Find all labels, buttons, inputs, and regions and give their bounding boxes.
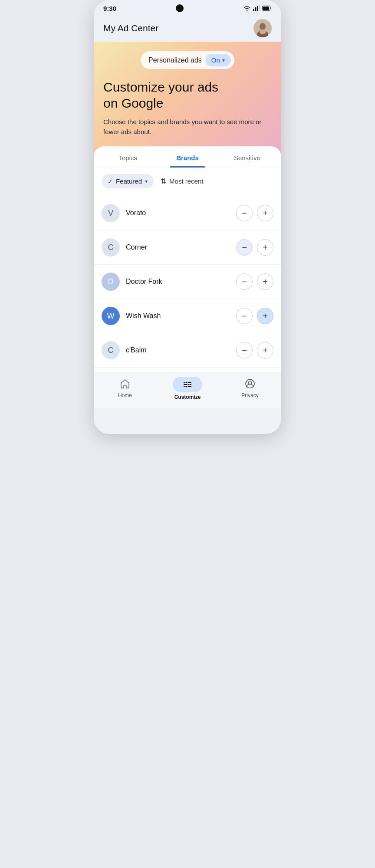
status-bar: 9:30 <box>94 0 281 15</box>
header-title: My Ad Center <box>103 23 158 33</box>
personalized-ads-pill[interactable]: Personalized ads On ▾ <box>141 51 234 69</box>
featured-label: Featured <box>116 178 142 185</box>
svg-rect-9 <box>260 30 266 34</box>
doctorfork-less-button[interactable]: − <box>236 273 253 290</box>
camera-dot <box>176 4 184 12</box>
doctorfork-more-button[interactable]: + <box>257 273 273 290</box>
brand-avatar-wishwash: W <box>102 307 120 325</box>
svg-rect-0 <box>253 9 254 11</box>
most-recent-sort-button[interactable]: ⇅ Most recent <box>161 177 203 185</box>
status-time: 9:30 <box>103 5 116 12</box>
on-badge[interactable]: On ▾ <box>205 54 231 66</box>
brand-item-vorato: V Vorato − + <box>94 196 281 230</box>
brand-name-vorato: Vorato <box>126 209 230 217</box>
hero-title: Customize your ads on Google <box>103 79 272 111</box>
tab-topics[interactable]: Topics <box>98 146 158 167</box>
status-icons <box>243 5 272 11</box>
brand-name-corner: Corner <box>126 243 230 251</box>
featured-filter-button[interactable]: ✓ Featured ▾ <box>102 174 154 188</box>
brand-actions-corner: − + <box>236 239 273 256</box>
cbalm-less-button[interactable]: − <box>236 342 253 358</box>
brand-actions-vorato: − + <box>236 205 273 221</box>
sort-icon: ⇅ <box>161 177 166 185</box>
svg-point-13 <box>185 381 188 384</box>
svg-point-15 <box>185 386 188 388</box>
tab-brands[interactable]: Brands <box>158 146 217 167</box>
nav-item-privacy[interactable]: Privacy <box>219 377 281 400</box>
nav-customize-label: Customize <box>174 394 201 400</box>
corner-less-button[interactable]: − <box>236 239 253 256</box>
brand-avatar-corner: C <box>102 238 120 256</box>
nav-customize-icon-wrap <box>173 377 202 392</box>
nav-item-home[interactable]: Home <box>94 377 156 400</box>
brand-item-cbalm: C c'Balm − + <box>94 333 281 368</box>
bottom-nav: Home Customize <box>94 372 281 408</box>
svg-point-14 <box>188 384 190 386</box>
svg-rect-5 <box>263 7 269 10</box>
customize-icon <box>182 379 193 390</box>
chevron-down-icon: ▾ <box>222 57 225 63</box>
svg-rect-3 <box>259 5 260 11</box>
tab-bar: Topics Brands Sensitive <box>94 146 281 167</box>
corner-more-button[interactable]: + <box>257 239 273 256</box>
brand-item-wishwash: W Wish Wash − + <box>94 299 281 333</box>
main-card: Topics Brands Sensitive ✓ Featured ▾ ⇅ M… <box>94 146 281 372</box>
phone-frame: 9:30 My Ad Center <box>94 0 281 434</box>
brand-name-doctorfork: Doctor Fork <box>126 278 230 286</box>
nav-privacy-label: Privacy <box>241 392 258 398</box>
brand-list: V Vorato − + C Corner − + <box>94 192 281 372</box>
wishwash-less-button[interactable]: − <box>236 308 253 324</box>
vorato-more-button[interactable]: + <box>257 205 273 221</box>
svg-point-7 <box>260 23 266 30</box>
brand-avatar-doctorfork: D <box>102 273 120 291</box>
brand-item-corner: C Corner − + <box>94 230 281 265</box>
check-icon: ✓ <box>108 178 113 185</box>
vorato-less-button[interactable]: − <box>236 205 253 221</box>
nav-home-label: Home <box>118 392 132 398</box>
nav-item-customize[interactable]: Customize <box>156 377 219 400</box>
filter-bar: ✓ Featured ▾ ⇅ Most recent <box>94 167 281 192</box>
brand-name-wishwash: Wish Wash <box>126 312 230 320</box>
nav-privacy-icon-wrap <box>239 377 261 391</box>
svg-point-17 <box>246 379 254 388</box>
wifi-icon <box>243 5 251 11</box>
privacy-icon <box>245 378 255 389</box>
user-avatar[interactable] <box>253 19 272 37</box>
battery-icon <box>262 6 272 11</box>
brand-name-cbalm: c'Balm <box>126 346 230 354</box>
tab-sensitive[interactable]: Sensitive <box>217 146 277 167</box>
hero-section: Personalized ads On ▾ Customize your ads… <box>94 42 281 154</box>
svg-rect-1 <box>255 7 257 11</box>
brand-avatar-vorato: V <box>102 204 120 222</box>
brand-actions-wishwash: − + <box>236 308 273 324</box>
app-header: My Ad Center <box>94 15 281 42</box>
cbalm-more-button[interactable]: + <box>257 342 273 358</box>
nav-home-icon-wrap <box>114 377 136 391</box>
brand-item-doctorfork: D Doctor Fork − + <box>94 265 281 299</box>
wishwash-more-button[interactable]: + <box>257 308 273 324</box>
signal-icon <box>253 5 260 11</box>
on-label: On <box>211 56 220 64</box>
hero-description: Choose the topics and brands you want to… <box>103 117 272 137</box>
brand-actions-doctorfork: − + <box>236 273 273 290</box>
brand-avatar-cbalm: C <box>102 341 120 359</box>
most-recent-label: Most recent <box>169 178 203 185</box>
home-icon <box>120 378 130 389</box>
personalized-label: Personalized ads <box>148 56 202 64</box>
svg-rect-2 <box>257 6 258 11</box>
dropdown-arrow-icon: ▾ <box>145 178 148 184</box>
brand-actions-cbalm: − + <box>236 342 273 358</box>
